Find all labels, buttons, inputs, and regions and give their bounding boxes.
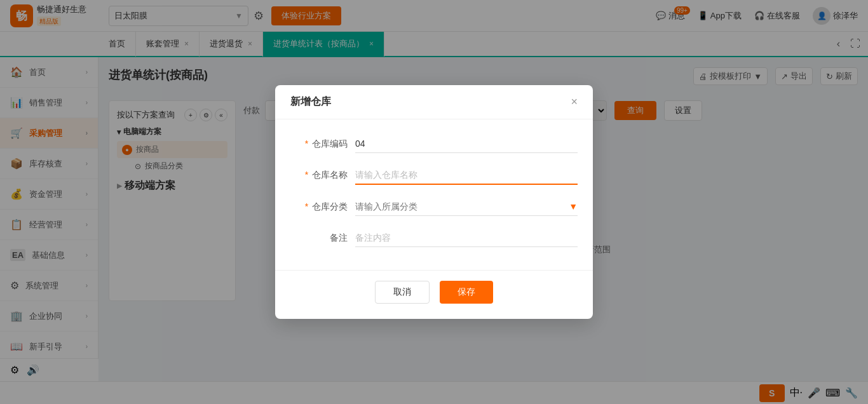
modal-title: 新增仓库 <box>290 95 331 109</box>
save-button[interactable]: 保存 <box>440 281 493 304</box>
warehouse-note-input[interactable] <box>355 229 578 247</box>
category-required-star: * <box>305 201 308 212</box>
modal-footer: 取消 保存 <box>275 270 593 319</box>
name-required-star: * <box>305 170 308 180</box>
warehouse-category-select-row: ▼ <box>355 198 578 216</box>
code-required-star: * <box>305 138 308 149</box>
modal-close-button[interactable]: × <box>571 95 578 109</box>
warehouse-name-row: * 仓库名称 <box>290 166 578 185</box>
cancel-button[interactable]: 取消 <box>375 281 430 304</box>
warehouse-code-label: * 仓库编码 <box>290 138 348 150</box>
warehouse-note-row: 备注 <box>290 229 578 247</box>
modal-header: 新增仓库 × <box>275 85 593 119</box>
category-dropdown-arrow[interactable]: ▼ <box>569 201 578 212</box>
warehouse-category-row: * 仓库分类 ▼ <box>290 198 578 216</box>
warehouse-code-input[interactable] <box>355 135 578 153</box>
warehouse-name-input[interactable] <box>355 166 578 185</box>
warehouse-code-row: * 仓库编码 <box>290 135 578 153</box>
new-warehouse-modal: 新增仓库 × * 仓库编码 * 仓库名称 <box>275 85 593 319</box>
warehouse-category-label: * 仓库分类 <box>290 201 348 213</box>
warehouse-name-label: * 仓库名称 <box>290 170 348 181</box>
modal-body: * 仓库编码 * 仓库名称 * 仓库分类 <box>275 119 593 270</box>
warehouse-note-label: 备注 <box>290 232 348 244</box>
modal-overlay[interactable]: 新增仓库 × * 仓库编码 * 仓库名称 <box>0 0 868 404</box>
warehouse-category-input[interactable] <box>355 201 569 212</box>
